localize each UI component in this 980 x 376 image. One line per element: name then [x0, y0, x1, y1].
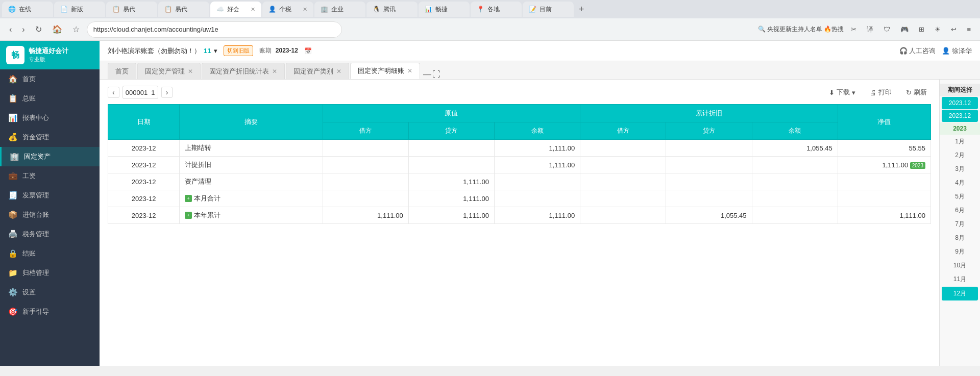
cell-acc-balance: 1,055.45: [752, 140, 838, 157]
maximize-button[interactable]: ⛶: [432, 70, 440, 79]
brightness-icon[interactable]: ☀: [932, 23, 944, 35]
period-item-may[interactable]: 5月: [940, 190, 980, 204]
pagination-controls: ‹ ›: [108, 86, 173, 99]
tab-close-icon[interactable]: ✕: [407, 67, 412, 74]
cell-acc-credit: [666, 140, 752, 157]
home-button[interactable]: 🏠: [49, 22, 65, 36]
translate-button[interactable]: 译: [864, 23, 876, 36]
new-tab-button[interactable]: +: [575, 4, 589, 15]
scissors-icon[interactable]: ✂: [848, 23, 860, 35]
address-input[interactable]: [87, 21, 342, 38]
tab-fixed-asset-mgmt[interactable]: 固定资产管理 ✕: [137, 63, 201, 79]
back-button[interactable]: ‹: [6, 23, 15, 36]
cell-acc-balance: [752, 190, 838, 207]
sidebar-item-label: 资金管理: [22, 133, 49, 142]
tab-close-icon[interactable]: ✕: [188, 68, 193, 75]
tab-depreciation-stats[interactable]: 固定资产折旧统计表 ✕: [202, 63, 285, 79]
sidebar-item-archive[interactable]: 📁 归档管理: [0, 263, 100, 283]
app-body: 刘小艳演示账套（勿删勿动！） 11 ▾ 切到旧版 账期 2023-12 📅 🎧 …: [100, 41, 980, 366]
user-profile[interactable]: 👤 徐泽华: [942, 46, 972, 56]
switch-version-button[interactable]: 切到旧版: [224, 45, 253, 56]
tab-home[interactable]: 首页: [108, 63, 136, 79]
sidebar-item-general-ledger[interactable]: 📋 总账: [0, 89, 100, 108]
cell-orig-debit: [323, 190, 408, 207]
browser-tab-haohui[interactable]: ☁️ 好会 ✕: [210, 2, 261, 17]
browser-tab-online[interactable]: 🌐 在线: [2, 2, 53, 17]
minimize-button[interactable]: —: [423, 70, 431, 79]
sidebar-item-fixed-assets[interactable]: 🏢 固定资产: [0, 147, 100, 166]
cell-summary: 资产清理: [180, 173, 323, 190]
sidebar-item-invoices[interactable]: 🧾 发票管理: [0, 186, 100, 205]
sidebar-item-settings[interactable]: ⚙️ 设置: [0, 283, 100, 302]
browser-tab-gedi[interactable]: 📍 各地: [471, 2, 522, 17]
period-item-aug[interactable]: 8月: [940, 231, 980, 245]
period-item-selected-1[interactable]: 2023.12: [942, 97, 978, 109]
sidebar-item-closing[interactable]: 🔒 结账: [0, 244, 100, 263]
calendar-icon[interactable]: 📅: [304, 47, 312, 55]
download-button[interactable]: ⬇ 下载 ▾: [825, 86, 860, 99]
period-item-year[interactable]: 2023: [940, 122, 980, 135]
download-icon: ⬇: [829, 89, 835, 96]
period-item-dec[interactable]: 12月: [942, 287, 978, 300]
ai-consult-button[interactable]: 🎧 人工咨询: [899, 46, 936, 56]
sidebar-item-purchase-sales[interactable]: 📦 进销台账: [0, 205, 100, 224]
tab-asset-category[interactable]: 固定资产类别 ✕: [286, 63, 349, 79]
tab-close-icon[interactable]: ✕: [251, 6, 255, 13]
company-selector[interactable]: 刘小艳演示账套（勿删勿动！） 11 ▾: [108, 46, 217, 56]
browser-tab-new[interactable]: 📄 新版: [54, 2, 105, 17]
next-page-button[interactable]: ›: [161, 87, 173, 98]
tab-close-icon[interactable]: ✕: [303, 6, 307, 13]
period-item-mar[interactable]: 3月: [940, 162, 980, 176]
refresh-button[interactable]: ↻ 刷新: [902, 86, 931, 99]
browser-tab-geshui[interactable]: 👤 个税 ✕: [262, 2, 313, 17]
tab-close-icon[interactable]: ✕: [336, 68, 341, 75]
period-item-jan[interactable]: 1月: [940, 135, 980, 148]
browser-tab-tengxun[interactable]: 🐧 腾讯: [366, 2, 418, 17]
sidebar-item-guide[interactable]: 🎯 新手引导: [0, 302, 100, 321]
tab-close-icon[interactable]: ✕: [272, 68, 277, 75]
browser-tab-yidai2[interactable]: 📋 易代: [158, 2, 209, 17]
gamepad-icon[interactable]: 🎮: [897, 23, 912, 35]
browser-tab-changjie[interactable]: 📊 畅捷: [419, 2, 470, 17]
table-row: 2023-12 + 本月合计 1,111.00: [108, 190, 931, 207]
period-item-apr[interactable]: 4月: [940, 176, 980, 190]
tab-label: 企业: [331, 5, 344, 14]
period-item-feb[interactable]: 2月: [940, 148, 980, 162]
shield-button[interactable]: 🛡: [880, 23, 893, 35]
period-item-nov[interactable]: 11月: [940, 272, 980, 286]
sidebar-item-label: 报表中心: [22, 113, 49, 122]
browser-tab-yidai1[interactable]: 📋 易代: [106, 2, 157, 17]
cell-net-value: [838, 190, 930, 207]
col-original-value: 原值: [323, 105, 580, 122]
print-button[interactable]: 🖨 打印: [866, 86, 896, 99]
sidebar-item-home[interactable]: 🏠 首页: [0, 69, 100, 89]
page-number-input[interactable]: [122, 86, 158, 99]
tab-label: 易代: [175, 5, 187, 14]
period-item-sep[interactable]: 9月: [940, 245, 980, 259]
bookmark-button[interactable]: ☆: [69, 22, 83, 36]
sidebar-item-label: 首页: [22, 74, 36, 84]
undo-button[interactable]: ↩: [948, 23, 960, 35]
sidebar-item-reports[interactable]: 📊 报表中心: [0, 108, 100, 128]
period-item-oct[interactable]: 10月: [940, 259, 980, 272]
browser-tab-muqian[interactable]: 📝 目前: [523, 2, 574, 17]
sidebar-item-payroll[interactable]: 💼 工资: [0, 166, 100, 186]
grid-icon[interactable]: ⊞: [916, 23, 927, 35]
browser-tab-qiye[interactable]: 🏢 企业: [314, 2, 365, 17]
dropdown-arrow: ▾: [852, 89, 855, 96]
period-item-jul[interactable]: 7月: [940, 217, 980, 231]
search-hint: 🔍 央视更新主持人名单 🔥热搜: [758, 25, 844, 34]
sidebar-item-tax[interactable]: 🖨️ 税务管理: [0, 224, 100, 244]
sidebar-item-funds[interactable]: 💰 资金管理: [0, 128, 100, 147]
forward-button[interactable]: ›: [19, 23, 28, 36]
page-tabs: 首页 固定资产管理 ✕ 固定资产折旧统计表 ✕ 固定资产类别 ✕ 固定资产明细账…: [100, 61, 980, 80]
tab-asset-detail-ledger[interactable]: 固定资产明细账 ✕: [350, 63, 420, 79]
reload-button[interactable]: ↻: [32, 22, 45, 36]
tab-favicon: 🏢: [321, 6, 328, 13]
period-item-jun[interactable]: 6月: [940, 204, 980, 217]
period-item-selected-2[interactable]: 2023.12: [942, 110, 978, 122]
home-icon: 🏠: [8, 74, 17, 84]
menu-button[interactable]: ≡: [964, 23, 974, 35]
prev-page-button[interactable]: ‹: [108, 87, 119, 98]
company-num: 11: [204, 47, 211, 55]
